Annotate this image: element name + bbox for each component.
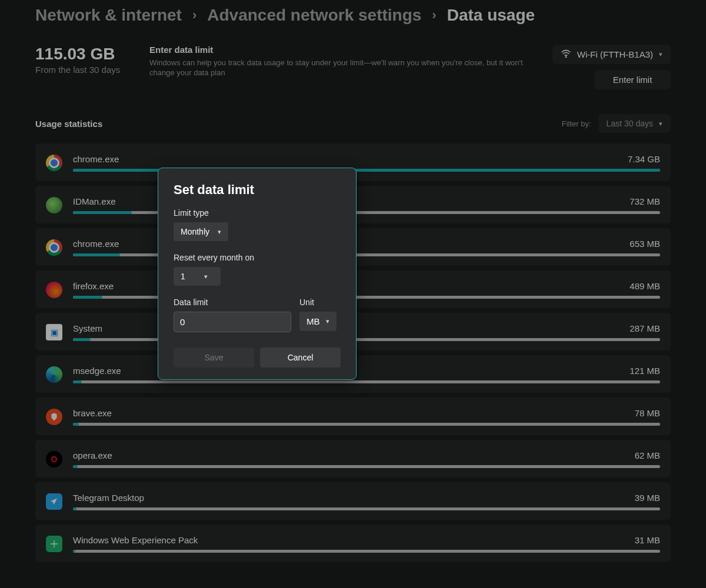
set-data-limit-dialog: Set data limit Limit type Monthly ▾ Rese… bbox=[158, 168, 357, 380]
save-button[interactable]: Save bbox=[174, 348, 254, 368]
chevron-down-icon: ▾ bbox=[218, 228, 221, 236]
data-limit-field-label: Data limit bbox=[174, 298, 291, 307]
unit-dropdown[interactable]: MB ▾ bbox=[299, 312, 337, 331]
cancel-button[interactable]: Cancel bbox=[260, 348, 341, 368]
limit-type-label: Limit type bbox=[174, 208, 341, 218]
reset-day-label: Reset every month on bbox=[174, 253, 341, 262]
unit-value: MB bbox=[307, 316, 320, 326]
chevron-down-icon: ▾ bbox=[326, 318, 329, 325]
limit-type-value: Monthly bbox=[181, 227, 209, 236]
limit-type-dropdown[interactable]: Monthly ▾ bbox=[174, 222, 228, 241]
data-limit-input[interactable] bbox=[174, 312, 291, 332]
reset-day-value: 1 bbox=[181, 272, 185, 281]
reset-day-dropdown[interactable]: 1 ▾ bbox=[174, 267, 221, 286]
chevron-down-icon: ▾ bbox=[204, 273, 208, 280]
dialog-title: Set data limit bbox=[174, 182, 341, 198]
unit-label: Unit bbox=[299, 298, 337, 307]
